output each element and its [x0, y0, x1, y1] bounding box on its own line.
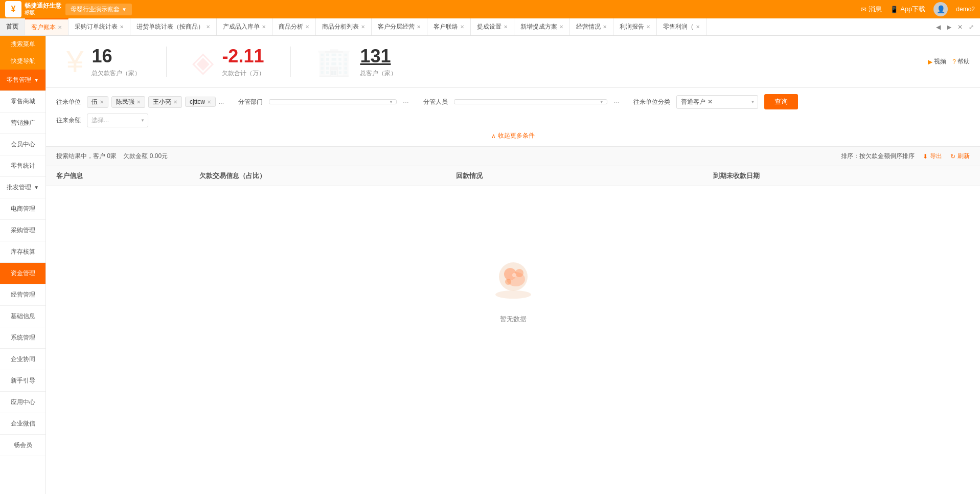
tab-customer-layer[interactable]: 客户分层经营 ✕	[372, 18, 427, 36]
filter-row-1: 往来单位 伍 ✕ 陈民强 ✕ 王小亮 ✕	[56, 94, 970, 109]
logo-icon: ¥	[5, 1, 21, 17]
tab-home[interactable]: 首页	[0, 18, 25, 36]
sidebar-item-purchase[interactable]: 采购管理	[0, 220, 45, 241]
empty-state: 暂无数据	[46, 186, 980, 391]
logo-text: 畅捷通好生意	[25, 2, 61, 9]
close-tab-icon[interactable]: ✕	[417, 24, 421, 30]
sidebar: 搜索菜单 快捷导航 零售管理 ▼ 零售商城 营销推广 会员中心 零售统计 批	[0, 36, 46, 494]
query-button[interactable]: 查询	[764, 94, 798, 109]
tab-product-analysis[interactable]: 商品分析 ✕	[272, 18, 316, 36]
video-icon: ▶	[928, 58, 932, 65]
filter-tag-1[interactable]: 伍 ✕	[87, 96, 108, 108]
refresh-icon: ↻	[950, 153, 955, 160]
filter-tag-2[interactable]: 陈民强 ✕	[111, 96, 145, 108]
refresh-button[interactable]: ↻ 刷新	[950, 152, 970, 161]
stat-number-3: 131	[360, 46, 397, 67]
unit-class-select[interactable]: 普通客户 ✕	[676, 95, 758, 109]
filter-tag-3[interactable]: 王小亮 ✕	[148, 96, 182, 108]
sort-label[interactable]: 排序：按欠款金额倒序排序	[841, 152, 915, 161]
sidebar-item-finance[interactable]: 资金管理	[0, 263, 45, 284]
stat-number-2: -2.11	[222, 46, 265, 67]
tab-profit-report[interactable]: 利润报告 ✕	[613, 18, 657, 36]
svg-point-0	[495, 290, 531, 299]
help-btn[interactable]: ? 帮助	[952, 57, 970, 66]
tab-commission-settings[interactable]: 提成设置 ✕	[471, 18, 514, 36]
tab-retail-profit[interactable]: 零售利润（ ✕	[657, 18, 706, 36]
nav-right-arrow[interactable]: ▶	[945, 23, 953, 32]
sidebar-item-wholesale[interactable]: 批发管理 ▼	[0, 177, 45, 198]
sidebar-item-retail[interactable]: 零售管理 ▼	[0, 70, 45, 91]
sidebar-item-marketing[interactable]: 营销推广	[0, 113, 45, 134]
sidebar-item-retail-stats[interactable]: 零售统计	[0, 155, 45, 177]
svg-point-4	[515, 269, 523, 277]
sidebar-quicknav[interactable]: 快捷导航	[0, 53, 45, 70]
sidebar-item-retail-mall[interactable]: 零售商城	[0, 91, 45, 113]
tab-business[interactable]: 经营情况 ✕	[570, 18, 613, 36]
remove-unit-class[interactable]: ✕	[708, 98, 713, 105]
remove-tag-4[interactable]: ✕	[207, 99, 211, 105]
message-icon: ✉	[861, 6, 867, 13]
svg-point-5	[505, 279, 511, 285]
sidebar-item-enterprise[interactable]: 企业协同	[0, 349, 45, 370]
sidebar-item-inventory[interactable]: 库存核算	[0, 241, 45, 263]
sidebar-item-member2[interactable]: 畅会员	[0, 435, 45, 456]
tab-product-list[interactable]: 商品分析列表 ✕	[316, 18, 372, 36]
dept-select[interactable]	[269, 99, 397, 104]
nav-expand-icon[interactable]: ⤢	[967, 23, 976, 32]
remove-tag-3[interactable]: ✕	[173, 99, 177, 105]
sidebar-item-member[interactable]: 会员中心	[0, 134, 45, 155]
tab-new-commission[interactable]: 新增提成方案 ✕	[514, 18, 570, 36]
filter-row-2: 往来余额 选择...	[56, 114, 970, 127]
sidebar-item-newguide[interactable]: 新手引导	[0, 370, 45, 392]
empty-text: 暂无数据	[500, 315, 527, 324]
filter-area: 往来单位 伍 ✕ 陈民强 ✕ 王小亮 ✕	[46, 88, 980, 147]
close-tab-icon[interactable]: ✕	[504, 24, 508, 30]
tab-purchase-order[interactable]: 采购订单统计表 ✕	[69, 18, 130, 36]
tab-stock-stats[interactable]: 进货单统计表（按商品） ✕	[130, 18, 217, 36]
filter-tag-4[interactable]: cjttcw ✕	[185, 97, 216, 107]
close-tab-icon[interactable]: ✕	[58, 25, 62, 30]
sidebar-item-appcenter[interactable]: 应用中心	[0, 392, 45, 413]
message-button[interactable]: ✉ 消息	[861, 5, 882, 14]
balance-select[interactable]: 选择...	[87, 114, 148, 127]
close-tab-icon[interactable]: ✕	[305, 24, 309, 30]
stats-row: ¥ 16 总欠款客户（家） ◈ -2.11 欠款合计（万）	[46, 36, 980, 88]
col-customer: 客户信息	[56, 171, 199, 181]
tab-customer-ledger[interactable]: 客户账本 ✕	[25, 18, 69, 36]
close-tab-icon[interactable]: ✕	[206, 24, 210, 30]
nav-close-icon[interactable]: ✕	[955, 23, 965, 32]
export-button[interactable]: ⬇ 导出	[923, 152, 942, 161]
close-tab-icon[interactable]: ✕	[262, 24, 266, 30]
person-select[interactable]	[454, 99, 607, 104]
app-download-button[interactable]: 📱 App下载	[890, 5, 925, 14]
close-tab-icon[interactable]: ✕	[460, 24, 464, 30]
stat-number-1: 16	[92, 46, 141, 67]
sidebar-search[interactable]: 搜索菜单	[0, 36, 45, 53]
filter-more[interactable]: ...	[219, 98, 224, 105]
nav-tabs-end: ◀ ▶ ✕ ⤢	[930, 23, 980, 32]
dept-dots[interactable]: ···	[403, 98, 409, 106]
close-tab-icon[interactable]: ✕	[646, 24, 650, 30]
user-avatar[interactable]: 👤	[933, 2, 948, 16]
sidebar-item-ecommerce[interactable]: 电商管理	[0, 198, 45, 220]
sidebar-item-business-mgmt[interactable]: 经营管理	[0, 284, 45, 306]
video-btn[interactable]: ▶ 视频	[928, 57, 946, 66]
table-area: 客户信息 欠款交易信息（占比） 回款情况 到期未收款日期	[46, 166, 980, 494]
close-tab-icon[interactable]: ✕	[361, 24, 365, 30]
close-tab-icon[interactable]: ✕	[120, 24, 124, 30]
close-tab-icon[interactable]: ✕	[559, 24, 563, 30]
sidebar-item-system[interactable]: 系统管理	[0, 327, 45, 349]
tab-customer-contact[interactable]: 客户联络 ✕	[427, 18, 471, 36]
close-tab-icon[interactable]: ✕	[603, 24, 607, 30]
remove-tag-2[interactable]: ✕	[136, 99, 141, 105]
sidebar-item-wechat[interactable]: 企业微信	[0, 413, 45, 435]
industry-selector[interactable]: 母婴行业演示账套 ▼	[65, 4, 132, 15]
collapse-button[interactable]: ∧ 收起更多条件	[491, 131, 535, 140]
person-dots[interactable]: ···	[613, 98, 620, 106]
username: demo2	[956, 6, 975, 13]
remove-tag-1[interactable]: ✕	[100, 99, 104, 105]
nav-left-arrow[interactable]: ◀	[934, 23, 943, 32]
sidebar-item-basic-info[interactable]: 基础信息	[0, 306, 45, 327]
close-tab-icon[interactable]: ✕	[696, 24, 700, 30]
tab-production[interactable]: 产成品入库单 ✕	[217, 18, 272, 36]
